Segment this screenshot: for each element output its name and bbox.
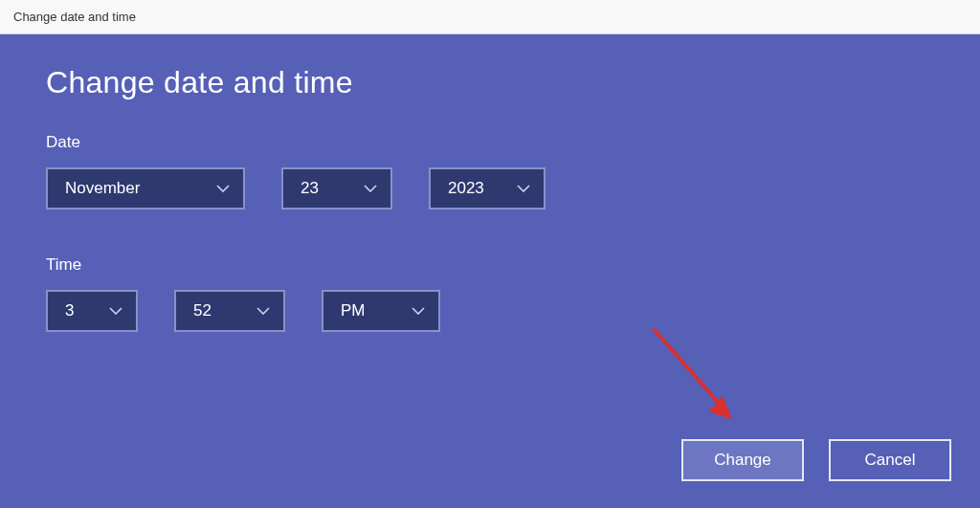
date-label: Date — [46, 133, 934, 152]
dialog-buttons: Change Cancel — [681, 439, 951, 481]
hour-dropdown[interactable]: 3 — [46, 290, 138, 332]
svg-marker-2 — [709, 396, 732, 419]
chevron-down-icon — [216, 182, 230, 195]
svg-line-0 — [654, 329, 724, 409]
month-dropdown[interactable]: November — [46, 167, 245, 210]
chevron-down-icon — [109, 304, 122, 318]
hour-value: 3 — [65, 301, 74, 320]
ampm-value: PM — [341, 301, 366, 320]
chevron-down-icon — [412, 304, 425, 318]
date-row: November 23 2023 — [46, 167, 934, 210]
chevron-down-icon — [256, 304, 270, 318]
ampm-dropdown[interactable]: PM — [322, 290, 440, 332]
annotation-arrow-icon — [646, 321, 751, 436]
cancel-button[interactable]: Cancel — [829, 439, 951, 481]
chevron-down-icon — [364, 182, 377, 195]
year-value: 2023 — [448, 179, 484, 198]
chevron-down-icon — [517, 182, 530, 195]
window-title: Change date and time — [13, 10, 136, 24]
dialog-content: Change date and time Date November 23 20… — [0, 34, 980, 508]
minute-value: 52 — [193, 301, 212, 320]
change-button[interactable]: Change — [681, 439, 804, 481]
day-dropdown[interactable]: 23 — [281, 167, 392, 210]
page-title: Change date and time — [46, 65, 934, 100]
time-label: Time — [46, 255, 934, 275]
titlebar: Change date and time — [0, 0, 980, 34]
year-dropdown[interactable]: 2023 — [429, 167, 546, 210]
day-value: 23 — [301, 179, 319, 198]
month-value: November — [65, 179, 140, 198]
time-row: 3 52 PM — [46, 290, 934, 332]
minute-dropdown[interactable]: 52 — [174, 290, 285, 332]
svg-marker-1 — [713, 398, 732, 419]
